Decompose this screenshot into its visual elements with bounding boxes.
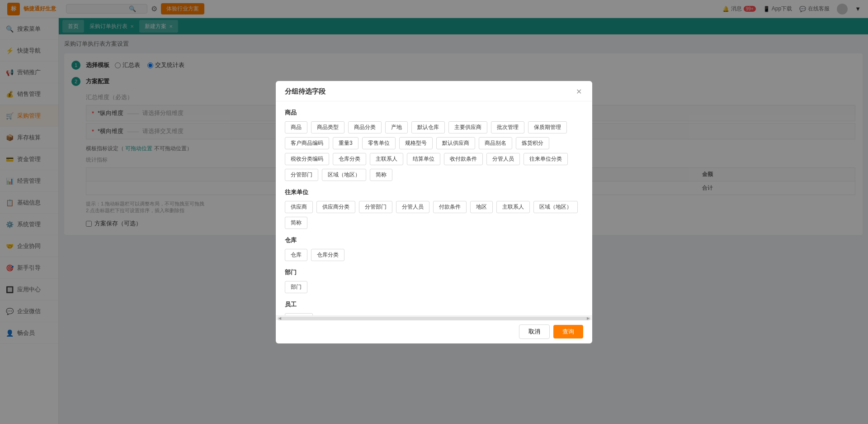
field-default-warehouse[interactable]: 默认仓库 (411, 121, 445, 133)
field-counterpart-category[interactable]: 往来单位分类 (524, 153, 568, 165)
section-warehouse-title: 仓库 (285, 236, 583, 244)
field-supervisor[interactable]: 分管人员 (486, 153, 520, 165)
section-employee-title: 员工 (285, 300, 583, 309)
field-area[interactable]: 地区 (470, 201, 493, 213)
field-department[interactable]: 部门 (285, 281, 307, 293)
section-goods-title: 商品 (285, 109, 583, 117)
field-payment-cond[interactable]: 付款条件 (433, 201, 467, 213)
field-tax-code[interactable]: 税收分类编码 (285, 153, 329, 165)
field-retail-unit[interactable]: 零售单位 (362, 137, 396, 149)
field-main-supplier[interactable]: 主要供应商 (448, 121, 487, 133)
dialog-title: 分组待选字段 (285, 87, 326, 96)
field-short-name[interactable]: 简称 (370, 169, 392, 181)
field-spec-model[interactable]: 规格型号 (399, 137, 433, 149)
dialog-hscrollbar-area: ◀ ▶ (276, 315, 592, 319)
hscroll-left-arrow[interactable]: ◀ (278, 316, 281, 320)
field-goods-type[interactable]: 商品类型 (311, 121, 344, 133)
field-batch-mgmt[interactable]: 批次管理 (491, 121, 524, 133)
section-goods: 商品 商品 商品类型 商品分类 产地 默认仓库 主要供应商 批次管理 保质期管理… (285, 109, 583, 181)
field-dept[interactable]: 分管部门 (285, 169, 318, 181)
field-origin[interactable]: 产地 (385, 121, 408, 133)
section-warehouse-fields: 仓库 仓库分类 (285, 249, 583, 261)
section-warehouse: 仓库 仓库 仓库分类 (285, 236, 583, 261)
field-goods-alias[interactable]: 商品别名 (479, 137, 512, 149)
field-mgmt-dept[interactable]: 分管部门 (359, 201, 392, 213)
field-goods-category[interactable]: 商品分类 (348, 121, 382, 133)
field-supplier[interactable]: 供应商 (285, 201, 313, 213)
field-abbr[interactable]: 简称 (285, 217, 307, 229)
field-selection-dialog: 分组待选字段 ✕ 商品 商品 商品类型 商品分类 产地 默认仓库 主要供应商 批… (276, 81, 592, 343)
field-warehouse-category[interactable]: 仓库分类 (333, 153, 366, 165)
confirm-button[interactable]: 查询 (553, 325, 583, 338)
section-department-title: 部门 (285, 268, 583, 276)
field-points[interactable]: 炼货积分 (516, 137, 549, 149)
section-department: 部门 部门 (285, 268, 583, 293)
cancel-button[interactable]: 取消 (519, 324, 550, 339)
dialog-header: 分组待选字段 ✕ (276, 81, 592, 101)
field-region[interactable]: 区域（地区） (322, 169, 366, 181)
dialog-body[interactable]: 商品 商品 商品类型 商品分类 产地 默认仓库 主要供应商 批次管理 保质期管理… (276, 101, 592, 315)
field-main-contact[interactable]: 主联系人 (370, 153, 403, 165)
section-goods-fields: 商品 商品类型 商品分类 产地 默认仓库 主要供应商 批次管理 保质期管理 客户… (285, 121, 583, 181)
field-settlement-unit[interactable]: 结算单位 (407, 153, 440, 165)
field-payment-terms[interactable]: 收付款条件 (444, 153, 483, 165)
section-counterpart-title: 往来单位 (285, 188, 583, 196)
field-shelf-life[interactable]: 保质期管理 (528, 121, 567, 133)
dialog-footer: 取消 查询 (276, 319, 592, 343)
hscroll-right-arrow[interactable]: ▶ (587, 316, 590, 320)
field-warehouse[interactable]: 仓库 (285, 249, 307, 261)
field-contact[interactable]: 主联系人 (496, 201, 530, 213)
dialog-overlay: 分组待选字段 ✕ 商品 商品 商品类型 商品分类 产地 默认仓库 主要供应商 批… (0, 0, 868, 424)
dialog-hscrollbar[interactable]: ◀ ▶ (278, 317, 590, 320)
field-customer-code[interactable]: 客户商品编码 (285, 137, 329, 149)
field-region2[interactable]: 区域（地区） (533, 201, 578, 213)
field-mgmt-person[interactable]: 分管人员 (396, 201, 429, 213)
field-supplier-category[interactable]: 供应商分类 (316, 201, 355, 213)
field-warehouse-cat[interactable]: 仓库分类 (311, 249, 344, 261)
section-counterpart: 往来单位 供应商 供应商分类 分管部门 分管人员 付款条件 地区 主联系人 区域… (285, 188, 583, 229)
field-weight3[interactable]: 重量3 (333, 137, 359, 149)
dialog-close-icon[interactable]: ✕ (574, 87, 583, 96)
field-goods[interactable]: 商品 (285, 121, 307, 133)
section-counterpart-fields: 供应商 供应商分类 分管部门 分管人员 付款条件 地区 主联系人 区域（地区） … (285, 201, 583, 229)
section-department-fields: 部门 (285, 281, 583, 293)
field-default-supplier[interactable]: 默认供应商 (436, 137, 475, 149)
section-employee: 员工 业务员 (285, 300, 583, 315)
